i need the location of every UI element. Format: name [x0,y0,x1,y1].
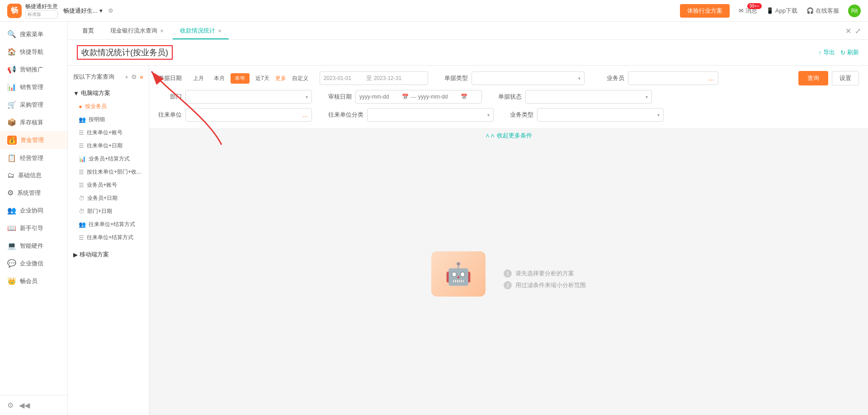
biz-type-select[interactable]: ▾ [537,108,664,122]
review-from-calendar-icon[interactable]: 📅 [402,94,409,100]
review-to-calendar-icon[interactable]: 📅 [461,94,467,100]
salesperson-more-btn[interactable]: ... [708,74,714,82]
scheme-group-mobile: ▶ 移动端方案 [68,246,149,263]
tab-close-all-icon[interactable]: ✕ [845,26,851,35]
scheme-item-unit-account[interactable]: ☰ 往来单位+账号 [68,126,149,139]
scheme-item-label: 业务员+日期 [87,194,118,202]
review-from-input[interactable] [359,94,400,100]
tab-receipt-close[interactable]: ✕ [218,28,222,33]
scheme-item-label: 业务员+账号 [87,181,117,189]
date-range-input: 至 [320,71,428,85]
scheme-item-salesperson-account[interactable]: ☰ 业务员+账号 [68,179,149,192]
counterpart-select[interactable]: ... [185,108,312,122]
sidebar-item-system[interactable]: ⚙ 系统管理 [0,184,67,202]
wechat-icon: 💬 [7,259,16,268]
sidebar-item-member[interactable]: 👑 畅会员 [0,272,67,290]
online-service-btn[interactable]: 🎧 在线客服 [807,7,839,15]
page-title-bar: 收款情况统计(按业务员) ↑ 导出 ↻ 刷新 [68,40,868,66]
scheme-group-pc-title[interactable]: ▼ 电脑端方案 [68,86,149,100]
date-tag-more[interactable]: 更多 [275,75,286,82]
sidebar-item-collab[interactable]: 👥 企业协同 [0,202,67,219]
scheme-settings-icon[interactable]: ⚙ [131,73,137,80]
dept-select[interactable]: ▾ [185,90,312,104]
date-label: 单据日期 [158,74,182,82]
doc-status-select[interactable]: ▾ [525,90,652,104]
scheme-item-unit-settle1[interactable]: 👥 往来单位+结算方式 [68,218,149,231]
logo-area: 畅 畅捷通好生意 标准版 [7,3,58,19]
sidebar-item-label: 库存核算 [20,118,43,127]
counterpart-more-btn[interactable]: ... [302,111,308,118]
scheme-item-salesperson-date[interactable]: ⏱ 业务员+日期 [68,192,149,205]
counterpart-category-select[interactable]: ▾ [367,108,494,122]
tip-text-2: 用过滤条件来缩小分析范围 [515,281,586,289]
scheme-item-unit-date[interactable]: ☰ 往来单位+日期 [68,139,149,152]
tab-bank-close[interactable]: ✕ [160,28,164,33]
user-avatar[interactable]: Rit [848,5,861,17]
sidebar-item-quicknav[interactable]: 🏠 快捷导航 [0,43,67,61]
scheme-item-unit-settle2[interactable]: ☰ 往来单位+结算方式 [68,231,149,244]
scheme-item-salesperson-settle[interactable]: 📊 业务员+结算方式 [68,152,149,165]
scheme-group-mobile-title[interactable]: ▶ 移动端方案 [68,248,149,261]
settings-btn[interactable]: 设置 [832,71,859,85]
scheme-collapse-icon[interactable]: « [140,73,143,80]
sidebar-item-search[interactable]: 🔍 搜索菜单 [0,25,67,43]
tab-receipt[interactable]: 收款情况统计 ✕ [173,23,229,39]
sidebar-item-operation[interactable]: 📋 经营管理 [0,149,67,167]
salesperson-select[interactable]: ... [628,71,718,85]
sales-icon: 📊 [7,83,16,91]
unit-date-icon: ☰ [79,142,84,149]
review-date-label: 审核日期 [328,93,352,101]
filter-doc-type: 单据类型 ▾ [444,71,585,85]
date-tag-this-month[interactable]: 本月 [210,73,229,84]
page-title-actions: ↑ 导出 ↻ 刷新 [819,48,859,57]
sidebar-item-finance[interactable]: 💰 资金管理 [0,131,67,149]
company-selector[interactable]: 畅捷通好生... ▾ [63,7,103,15]
collapse-bar[interactable]: ∧∧ 收起更多条件 [149,128,868,143]
scheme-item-unit-dept[interactable]: ☰ 按往来单位+部门+收... [68,165,149,179]
company-dropdown-icon[interactable]: ▾ [99,7,103,14]
tip-number-1: 1 [504,269,512,278]
sidebar-item-label: 资金管理 [20,136,44,144]
date-tag-this-year[interactable]: 本年 [231,73,250,84]
footer-collapse-icon[interactable]: ◀◀ [19,401,30,410]
doc-type-select[interactable]: ▾ [472,71,585,85]
scheme-add-icon[interactable]: + [125,73,128,80]
review-to-input[interactable] [418,94,459,100]
tip-text-1: 请先选择要分析的方案 [515,269,574,278]
tab-bank[interactable]: 现金银行流水查询 ✕ [103,23,171,39]
sidebar-item-purchase[interactable]: 🛒 采购管理 [0,96,67,113]
app-download-btn[interactable]: 📱 App下载 [766,7,797,15]
sidebar-item-inventory[interactable]: 📦 库存核算 [0,113,67,131]
scheme-panel: 按以下方案查询 + ⚙ « ▼ 电脑端方案 [68,66,149,415]
refresh-btn[interactable]: ↻ 刷新 [840,48,859,57]
sidebar-item-label: 经营管理 [20,154,43,162]
tab-expand-icon[interactable]: ⤢ [855,26,861,35]
export-btn[interactable]: ↑ 导出 [819,48,835,57]
scheme-item-by-detail[interactable]: 👥 按明细 [68,113,149,126]
scheme-item-label: 按往来单位+部门+收... [87,168,141,176]
date-tag-7days[interactable]: 近7天 [251,73,274,84]
date-to-input[interactable] [374,75,415,81]
sidebar-item-basic[interactable]: 🗂 基础信息 [0,167,67,184]
settings-icon[interactable]: ⚙ [108,7,113,14]
trial-btn[interactable]: 体验行业方案 [680,4,730,18]
footer-settings-icon[interactable]: ⚙ [7,401,14,410]
collab-icon: 👥 [7,206,16,215]
refresh-label: 刷新 [847,48,859,57]
sidebar-item-guide[interactable]: 📖 新手引导 [0,219,67,237]
sidebar-item-hardware[interactable]: 💻 智能硬件 [0,237,67,255]
tab-home[interactable]: 首页 [75,23,101,39]
query-btn[interactable]: 查询 [798,71,828,85]
scheme-item-label: 往来单位+账号 [87,129,123,137]
sidebar-item-label: 搜索菜单 [20,30,43,38]
sidebar-item-wechat[interactable]: 💬 企业微信 [0,255,67,272]
date-tag-custom[interactable]: 自定义 [288,73,312,84]
sidebar-item-sales[interactable]: 📊 销售管理 [0,78,67,96]
scheme-item-label: 部门+日期 [87,208,112,215]
message-btn[interactable]: ✉ 消息 99++ [739,7,757,15]
scheme-item-dept-date[interactable]: ⏱ 部门+日期 [68,205,149,218]
date-tag-last-month[interactable]: 上月 [189,73,208,84]
scheme-item-by-salesperson[interactable]: ● 按业务员 [68,100,149,113]
date-from-input[interactable] [324,75,364,81]
sidebar-item-marketing[interactable]: 📢 营销推广 [0,61,67,78]
